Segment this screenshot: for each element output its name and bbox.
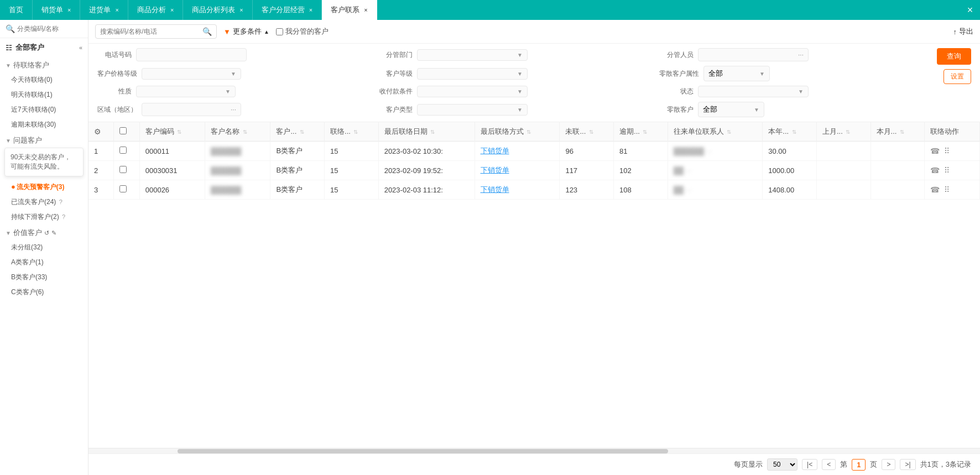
horizontal-scrollbar[interactable] [88, 448, 980, 453]
sidebar-item-c-class[interactable]: C类客户(6) [0, 285, 88, 300]
phone-icon-3[interactable]: ☎ [930, 185, 940, 194]
search-input[interactable] [100, 28, 202, 35]
search-button-icon[interactable]: 🔍 [202, 27, 212, 36]
cell-code-2: 00030031 [139, 161, 205, 180]
settings-button[interactable]: 设置 [943, 69, 971, 84]
sort-icon10: ⇅ [792, 129, 796, 135]
sidebar-item-overdue[interactable]: 逾期未联络(30) [0, 117, 88, 132]
filter-status-select[interactable]: ▼ [698, 86, 809, 97]
window-close-button[interactable]: × [960, 0, 980, 20]
col-last-method[interactable]: 最后联络方式 ⇅ [475, 122, 560, 142]
tab-customer-layer[interactable]: 客户分层经营 × [253, 0, 322, 20]
sidebar-search-input[interactable] [17, 25, 88, 33]
sidebar-item-a-class[interactable]: A类客户(1) [0, 255, 88, 270]
hscroll-thumb[interactable] [178, 449, 668, 453]
dots-icon2[interactable]: ··· [231, 106, 236, 113]
sidebar-root[interactable]: ☷ 全部客户 « [0, 38, 88, 57]
sidebar-item-tomorrow[interactable]: 明天待联络(1) [0, 87, 88, 102]
method-link-2[interactable]: 下销货单 [481, 166, 509, 174]
tab-sales[interactable]: 销货单 × [33, 0, 80, 20]
refresh-icon[interactable]: ↺ [44, 229, 49, 237]
my-customers-checkbox[interactable] [276, 28, 283, 35]
prev-page-button[interactable]: < [822, 459, 836, 470]
col-name[interactable]: 客户名称 ⇅ [205, 122, 270, 142]
tab-product-analysis-close[interactable]: × [170, 7, 174, 13]
filter-payment-label: 收付款条件 [378, 87, 417, 96]
tab-customer-layer-close[interactable]: × [309, 7, 312, 13]
settings-gear-icon[interactable]: ⚙ [94, 127, 101, 136]
col-checkbox[interactable] [114, 122, 139, 142]
sidebar-group-pending[interactable]: ▼ 待联络客户 [0, 57, 88, 72]
phone-icon-2[interactable]: ☎ [930, 166, 940, 175]
edit-icon[interactable]: ✎ [51, 229, 56, 237]
col-overdue[interactable]: 逾期... ⇅ [614, 122, 668, 142]
next-page-button[interactable]: > [882, 459, 895, 470]
filter-phone-input[interactable] [136, 48, 247, 61]
tab-sales-close[interactable]: × [67, 7, 71, 13]
filter-region-select[interactable]: ··· [142, 103, 241, 116]
more-icon-2[interactable]: ⠿ [944, 166, 950, 175]
col-unit-contact[interactable]: 往来单位联系人 ⇅ [668, 122, 763, 142]
filter-scatter-select[interactable]: 全部 ▼ [698, 102, 764, 117]
filter-btn[interactable]: ▼ 更多条件 ▲ [223, 27, 269, 36]
dots-icon[interactable]: ··· [798, 51, 804, 59]
col-unlisted[interactable]: 未联... ⇅ [560, 122, 614, 142]
tab-home[interactable]: 首页 [0, 0, 33, 20]
row2-checkbox[interactable] [119, 166, 127, 173]
first-page-button[interactable]: |< [802, 459, 817, 470]
filter-grade-select[interactable]: ▼ [417, 68, 528, 80]
filter-payment-select[interactable]: ▼ [417, 86, 528, 97]
more-icon-1[interactable]: ⠿ [944, 147, 950, 155]
last-page-button[interactable]: >| [900, 459, 915, 470]
filter-price-grade-select[interactable]: ▼ [142, 68, 241, 80]
chevron-down-icon9: ▼ [754, 107, 759, 113]
filter-dept-field: 分管部门 ▼ [378, 49, 646, 61]
tab-product-list[interactable]: 商品分析列表 × [183, 0, 252, 20]
sidebar-item-today[interactable]: 今天待联络(0) [0, 72, 88, 87]
tab-purchase[interactable]: 进货单 × [80, 0, 128, 20]
my-customers-checkbox-label[interactable]: 我分管的客户 [276, 27, 329, 36]
filter-dept-select[interactable]: ▼ [417, 49, 528, 61]
page-size-select[interactable]: 50 100 200 [767, 458, 797, 471]
tab-product-list-close[interactable]: × [239, 7, 243, 13]
col-contact-count[interactable]: 联络... ⇅ [325, 122, 379, 142]
sidebar-item-b-class[interactable]: B类客户(33) [0, 270, 88, 285]
filter-type-label: 客户类型 [378, 105, 417, 114]
row3-checkbox[interactable] [119, 185, 127, 192]
filter-nature-select[interactable]: ▼ [136, 86, 236, 97]
sidebar-group-value[interactable]: ▼ 价值客户 ↺ ✎ [0, 225, 88, 240]
col-last-month[interactable]: 上月... ⇅ [816, 122, 870, 142]
phone-icon-1[interactable]: ☎ [930, 147, 940, 155]
tab-customer-contact-close[interactable]: × [364, 7, 367, 13]
collapse-icon[interactable]: « [79, 44, 82, 51]
more-icon-3[interactable]: ⠿ [944, 185, 950, 194]
tab-customer-contact[interactable]: 客户联系 × [322, 0, 377, 20]
col-type[interactable]: 客户... ⇅ [270, 122, 325, 142]
query-button[interactable]: 查询 [937, 48, 971, 65]
sidebar-item-declining[interactable]: 持续下滑客户(2) ? [0, 210, 88, 225]
method-link-3[interactable]: 下销货单 [481, 185, 509, 194]
export-btn[interactable]: ↑ 导出 [953, 27, 974, 36]
sidebar-item-week[interactable]: 近7天待联络(0) [0, 102, 88, 117]
sidebar-group-problem[interactable]: ▼ 问题客户 [0, 132, 88, 148]
cell-checkbox-3[interactable] [114, 180, 139, 200]
cell-checkbox-1[interactable] [114, 142, 139, 161]
sidebar-item-churned[interactable]: 已流失客户(24) ? [0, 195, 88, 210]
col-current-month[interactable]: 本月... ⇅ [870, 122, 925, 142]
method-link-1[interactable]: 下销货单 [481, 147, 509, 155]
tab-product-analysis[interactable]: 商品分析 × [128, 0, 183, 20]
cell-checkbox-2[interactable] [114, 161, 139, 180]
col-last-date[interactable]: 最后联络日期 ⇅ [378, 122, 475, 142]
tab-purchase-close[interactable]: × [115, 7, 118, 13]
filter-person-select[interactable]: ··· [698, 48, 809, 61]
col-code[interactable]: 客户编码 ⇅ [139, 122, 205, 142]
filter-scatter-attr-select[interactable]: 全部 ▼ [703, 66, 770, 81]
cell-unlisted-2: 117 [560, 161, 614, 180]
row1-checkbox[interactable] [119, 147, 127, 154]
select-all-checkbox[interactable] [119, 127, 127, 134]
col-settings[interactable]: ⚙ [88, 122, 114, 142]
sidebar-item-churn-warning[interactable]: ●流失预警客户(3) [0, 180, 88, 195]
filter-type-select[interactable]: ▼ [417, 104, 528, 116]
col-year[interactable]: 本年... ⇅ [763, 122, 817, 142]
sidebar-item-ungraded[interactable]: 未分组(32) [0, 240, 88, 255]
